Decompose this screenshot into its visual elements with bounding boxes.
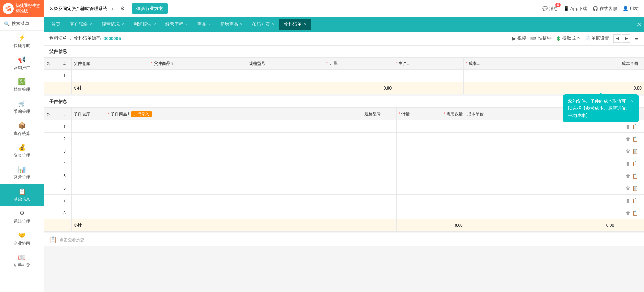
child-row-unit-5[interactable]: [396, 182, 424, 195]
delete-icon-7[interactable]: 🗑: [626, 210, 630, 216]
sidebar-item-enterprise[interactable]: 🤝 企业协同: [0, 228, 44, 250]
breadcrumb-bom[interactable]: 物料清单: [49, 35, 67, 42]
child-row-unit-2[interactable]: [396, 145, 424, 157]
child-row-quantity-0[interactable]: [424, 120, 465, 133]
child-row-product-1[interactable]: [106, 133, 362, 145]
parent-row-spec[interactable]: [247, 70, 324, 82]
tab-home[interactable]: 首页: [47, 19, 65, 30]
shortcut-button[interactable]: ⌨ 快捷键: [530, 35, 552, 42]
delete-icon-3[interactable]: 🗑: [626, 161, 630, 166]
next-arrow[interactable]: ▶: [622, 34, 630, 43]
child-row-quantity-3[interactable]: [424, 157, 465, 170]
parent-row-product[interactable]: [149, 70, 247, 82]
copy-icon-0[interactable]: 📋: [632, 124, 638, 129]
child-row-unit-3[interactable]: [396, 157, 424, 170]
tab-add-product-close[interactable]: ×: [240, 22, 243, 27]
child-row-warehouse-4[interactable]: [72, 170, 106, 182]
parent-row-warehouse[interactable]: [72, 70, 149, 82]
child-row-warehouse-5[interactable]: [72, 182, 106, 195]
tab-history-close[interactable]: ×: [185, 22, 188, 27]
parent-row-produce[interactable]: [394, 70, 464, 82]
sidebar-item-sales[interactable]: 💹 销售管理: [0, 74, 44, 96]
child-row-unit-price-1[interactable]: [465, 133, 506, 145]
child-row-unit-price-2[interactable]: [465, 145, 506, 157]
copy-icon-2[interactable]: 📋: [632, 149, 638, 154]
child-row-quantity-4[interactable]: [424, 170, 465, 182]
child-row-product-7[interactable]: [106, 207, 362, 219]
tab-product-close[interactable]: ×: [208, 22, 211, 27]
child-row-spec-6[interactable]: [362, 195, 396, 207]
child-row-unit-4[interactable]: [396, 170, 424, 182]
tab-bom[interactable]: 物料清单 ×: [279, 19, 311, 30]
copy-icon-6[interactable]: 📋: [632, 198, 638, 203]
tab-operation-close[interactable]: ×: [122, 22, 124, 27]
delete-icon-2[interactable]: 🗑: [626, 149, 630, 154]
child-row-unit-price-6[interactable]: [465, 195, 506, 207]
child-row-unit-price-4[interactable]: [465, 170, 506, 182]
delete-icon-0[interactable]: 🗑: [626, 124, 630, 129]
child-row-product-6[interactable]: [106, 195, 362, 207]
child-row-quantity-6[interactable]: [424, 195, 465, 207]
copy-icon-7[interactable]: 📋: [632, 210, 638, 216]
parent-row-cost[interactable]: [463, 70, 533, 82]
settings-gear-button[interactable]: ⚙: [118, 4, 127, 13]
child-row-quantity-1[interactable]: [424, 133, 465, 145]
child-row-warehouse-7[interactable]: [72, 207, 106, 219]
copy-icon-3[interactable]: 📋: [632, 161, 638, 166]
child-row-warehouse-6[interactable]: [72, 195, 106, 207]
tab-customer-close[interactable]: ×: [90, 22, 92, 27]
child-row-quantity-2[interactable]: [424, 145, 465, 157]
scan-button[interactable]: 扫码录入: [131, 111, 152, 117]
child-row-spec-5[interactable]: [362, 182, 396, 195]
delete-icon-4[interactable]: 🗑: [626, 173, 630, 179]
tab-operation[interactable]: 经营情况 ×: [97, 19, 129, 30]
experience-button[interactable]: 体验行业方案: [132, 3, 168, 14]
child-row-quantity-5[interactable]: [424, 182, 465, 195]
sidebar-item-quick-nav[interactable]: ⚡ 快捷导航: [0, 31, 44, 52]
tab-history[interactable]: 经营历程 ×: [161, 19, 193, 30]
prev-arrow[interactable]: ◀: [613, 34, 621, 43]
online-service-button[interactable]: 🎧 在线客服: [593, 5, 617, 12]
child-row-warehouse-2[interactable]: [72, 145, 106, 157]
copy-icon-5[interactable]: 📋: [632, 186, 638, 191]
user-menu[interactable]: 👤 用友: [623, 5, 639, 12]
sidebar-item-inventory[interactable]: 📦 库存核算: [0, 118, 44, 140]
child-row-spec-3[interactable]: [362, 157, 396, 170]
sidebar-item-system[interactable]: ⚙ 系统管理: [0, 206, 44, 228]
child-row-unit-6[interactable]: [396, 195, 424, 207]
copy-icon-4[interactable]: 📋: [632, 173, 638, 179]
child-row-spec-2[interactable]: [362, 145, 396, 157]
child-row-spec-4[interactable]: [362, 170, 396, 182]
sidebar-item-basic-info[interactable]: 📋 基础信息: [0, 184, 44, 206]
child-row-warehouse-0[interactable]: [72, 120, 106, 133]
copy-icon-1[interactable]: 📋: [632, 136, 638, 142]
delete-icon-6[interactable]: 🗑: [626, 198, 630, 203]
child-row-spec-0[interactable]: [362, 120, 396, 133]
child-row-product-2[interactable]: [106, 145, 362, 157]
child-row-unit-price-7[interactable]: [465, 207, 506, 219]
child-row-warehouse-1[interactable]: [72, 133, 106, 145]
sidebar-item-management[interactable]: 📊 经营管理: [0, 162, 44, 184]
cost-button[interactable]: 💲 提取成本: [556, 35, 580, 42]
child-row-product-4[interactable]: [106, 170, 362, 182]
child-row-unit-7[interactable]: [396, 207, 424, 219]
sidebar-item-purchase[interactable]: 🛒 采购管理: [0, 96, 44, 118]
child-row-unit-0[interactable]: [396, 120, 424, 133]
dropdown-arrow-icon[interactable]: ▾: [111, 6, 114, 11]
sidebar-item-finance[interactable]: 💰 资金管理: [0, 140, 44, 162]
tab-barcode-close[interactable]: ×: [272, 22, 274, 27]
delete-icon-5[interactable]: 🗑: [626, 186, 630, 191]
child-row-unit-price-3[interactable]: [465, 157, 506, 170]
child-row-warehouse-3[interactable]: [72, 157, 106, 170]
list-view-button[interactable]: ☰: [634, 36, 639, 41]
child-row-product-0[interactable]: [106, 120, 362, 133]
tab-bom-close[interactable]: ×: [304, 22, 306, 27]
parent-row-unit[interactable]: [324, 70, 394, 82]
child-row-spec-1[interactable]: [362, 133, 396, 145]
tooltip-close-button[interactable]: ×: [631, 98, 634, 105]
sidebar-item-guide[interactable]: 📖 新手引导: [0, 250, 44, 272]
message-button[interactable]: 💬 消息 6: [542, 5, 558, 12]
child-row-unit-price-5[interactable]: [465, 182, 506, 195]
child-col-settings[interactable]: ⚙: [44, 108, 58, 120]
tab-barcode[interactable]: 条码方案 ×: [247, 19, 279, 30]
